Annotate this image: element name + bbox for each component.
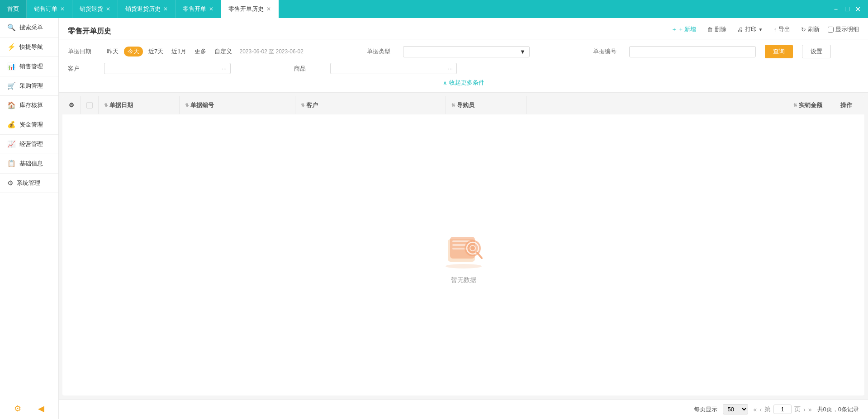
sidebar: 🔍 搜索采单 ⚡ 快捷导航 📊 销售管理 🛒 采购管理 🏠 库存核算 💰 资金管…	[0, 18, 59, 419]
print-chevron-icon: ▼	[759, 27, 763, 32]
customer-label: 客户	[68, 65, 95, 73]
collapse-more-btn[interactable]: ∧ 收起更多条件	[443, 79, 484, 87]
tab-home[interactable]: 首页	[0, 0, 27, 18]
minimize-button[interactable]: －	[832, 5, 840, 14]
page-title: 零售开单历史	[68, 27, 111, 36]
empty-text: 暂无数据	[451, 276, 476, 284]
sort-customer-icon[interactable]: ⇅	[301, 103, 304, 108]
sort-date-icon[interactable]: ⇅	[104, 103, 108, 108]
sidebar-collapse-button[interactable]: ◀	[38, 404, 44, 414]
close-tab-retail-open[interactable]: ✕	[209, 6, 213, 12]
inventory-icon: 🏠	[7, 101, 16, 109]
th-no[interactable]: ⇅ 单据编号	[180, 96, 295, 114]
date-btn-1month[interactable]: 近1月	[169, 47, 189, 56]
th-action: 操作	[828, 96, 864, 114]
sort-amount-icon[interactable]: ⇅	[793, 103, 797, 108]
date-filters: 昨天 今天 近7天 近1月 更多 自定义 2023-06-02 至 2023-0…	[104, 47, 304, 56]
th-guide[interactable]: ⇅ 导购员	[446, 96, 527, 114]
window-controls: － □ ✕	[832, 5, 868, 14]
th-amount[interactable]: ⇅ 实销金额	[747, 96, 828, 114]
delete-button[interactable]: 🗑 删除	[704, 24, 729, 35]
date-btn-custom[interactable]: 自定义	[212, 47, 235, 56]
export-button[interactable]: ↑ 导出	[771, 24, 793, 35]
th-date[interactable]: ⇅ 单据日期	[99, 96, 180, 114]
last-page-button[interactable]: »	[808, 406, 812, 413]
query-button[interactable]: 查询	[765, 45, 793, 58]
show-detail-checkbox-label[interactable]: 显示明细	[828, 25, 859, 33]
sidebar-item-quick-nav[interactable]: ⚡ 快捷导航	[0, 38, 58, 57]
toolbar: ＋ + 新增 🗑 删除 🖨 打印 ▼ ↑ 导出 ↻	[669, 24, 859, 39]
print-button[interactable]: 🖨 打印 ▼	[735, 24, 766, 35]
date-range-display: 2023-06-02 至 2023-06-02	[239, 48, 303, 56]
sidebar-item-search[interactable]: 🔍 搜索采单	[0, 18, 58, 38]
sidebar-label-search: 搜索采单	[19, 24, 43, 32]
customer-dots: ···	[222, 65, 227, 72]
date-btn-today[interactable]: 今天	[124, 47, 143, 56]
prev-page-button[interactable]: ‹	[759, 406, 762, 413]
close-tab-sales-return[interactable]: ✕	[106, 6, 110, 12]
sidebar-item-finance[interactable]: 💰 资金管理	[0, 115, 58, 135]
maximize-button[interactable]: □	[845, 5, 849, 13]
sidebar-label-purchase-mgmt: 采购管理	[19, 82, 43, 90]
sidebar-item-purchase-mgmt[interactable]: 🛒 采购管理	[0, 76, 58, 96]
close-tab-retail-open-history[interactable]: ✕	[266, 6, 271, 12]
first-page-button[interactable]: «	[754, 406, 757, 413]
sidebar-label-sales-mgmt: 销售管理	[19, 62, 43, 71]
settings-button[interactable]: 设置	[802, 45, 831, 58]
sidebar-label-operations: 经营管理	[19, 140, 43, 148]
top-tabbar: 首页 销售订单 ✕ 销货退货 ✕ 销货退货历史 ✕ 零售开单 ✕ 零售开单历史 …	[0, 0, 868, 18]
tab-retail-open[interactable]: 零售开单 ✕	[175, 0, 221, 18]
doc-type-label: 单据类型	[367, 47, 394, 56]
doc-no-input[interactable]	[629, 46, 756, 57]
tab-sales-return[interactable]: 销货退货 ✕	[72, 0, 118, 18]
th-settings[interactable]: ⚙	[62, 96, 81, 114]
date-btn-more[interactable]: 更多	[192, 47, 209, 56]
show-detail-checkbox[interactable]	[828, 27, 834, 33]
basic-info-icon: 📋	[7, 160, 16, 168]
table-header: ⚙ ⇅ 单据日期 ⇅ 单据编号 ⇅ 客户 ⇅	[62, 96, 864, 114]
add-button[interactable]: ＋ + 新增	[669, 24, 698, 35]
svg-point-0	[446, 264, 482, 268]
customer-input[interactable]: ···	[104, 63, 231, 74]
doc-type-chevron: ▼	[520, 48, 526, 55]
th-customer[interactable]: ⇅ 客户	[295, 96, 446, 114]
collapse-label: 收起更多条件	[449, 79, 484, 87]
filter-row-1: 单据日期 昨天 今天 近7天 近1月 更多 自定义 2023-06-02 至 2…	[68, 45, 859, 58]
column-settings-icon[interactable]: ⚙	[69, 102, 74, 108]
header-checkbox[interactable]	[86, 102, 93, 108]
search-icon: 🔍	[7, 24, 16, 32]
refresh-button[interactable]: ↻ 刷新	[798, 24, 822, 35]
sidebar-item-basic-info[interactable]: 📋 基础信息	[0, 154, 58, 174]
per-page-label: 每页显示	[694, 405, 717, 414]
sidebar-label-quick-nav: 快捷导航	[19, 43, 43, 51]
sidebar-item-operations[interactable]: 📈 经营管理	[0, 135, 58, 154]
close-tab-sales-return-history[interactable]: ✕	[163, 6, 168, 12]
date-filter-label: 单据日期	[68, 47, 95, 56]
date-btn-7days[interactable]: 近7天	[146, 47, 166, 56]
sidebar-item-system[interactable]: ⚙ 系统管理	[0, 174, 58, 193]
close-button[interactable]: ✕	[855, 5, 861, 14]
sort-no-icon[interactable]: ⇅	[185, 103, 189, 108]
sidebar-item-sales-mgmt[interactable]: 📊 销售管理	[0, 57, 58, 76]
print-icon: 🖨	[737, 26, 743, 33]
doc-no-label: 单据编号	[593, 47, 620, 56]
tab-sales-return-history[interactable]: 销货退货历史 ✕	[118, 0, 175, 18]
next-page-button[interactable]: ›	[803, 406, 806, 413]
product-label: 商品	[294, 65, 321, 73]
doc-type-select[interactable]: ▼	[403, 46, 530, 57]
close-tab-sales-order[interactable]: ✕	[60, 6, 65, 12]
date-btn-yesterday[interactable]: 昨天	[104, 47, 121, 56]
sort-guide-icon[interactable]: ⇅	[451, 103, 455, 108]
sidebar-item-inventory[interactable]: 🏠 库存核算	[0, 96, 58, 115]
th-spacer	[527, 96, 747, 114]
tab-sales-order[interactable]: 销售订单 ✕	[27, 0, 72, 18]
page-header: 零售开单历史 ＋ + 新增 🗑 删除 🖨 打印 ▼ ↑ 导出	[59, 18, 868, 39]
tab-retail-open-history[interactable]: 零售开单历史 ✕	[221, 0, 279, 18]
per-page-select[interactable]: 10 20 50 100	[723, 404, 748, 414]
sidebar-settings-button[interactable]: ⚙	[14, 404, 21, 414]
th-checkbox[interactable]	[81, 96, 99, 114]
finance-icon: 💰	[7, 121, 16, 129]
page-input[interactable]: 1	[773, 405, 792, 414]
product-input[interactable]: ···	[330, 63, 457, 74]
page-nav: « ‹ 第 1 页 › »	[754, 405, 812, 414]
